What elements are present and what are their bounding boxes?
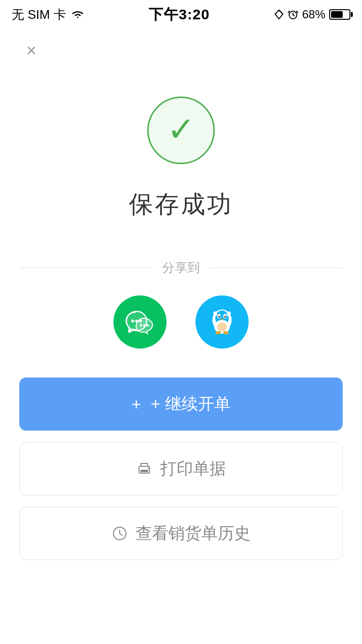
divider-right bbox=[209, 267, 343, 268]
wechat-share-button[interactable] bbox=[113, 295, 167, 349]
main-content: × ✓ 保存成功 分享到 bbox=[0, 29, 362, 644]
share-icons bbox=[19, 295, 343, 349]
continue-label: + 继续开单 bbox=[151, 393, 230, 415]
battery-percent: 68% bbox=[302, 8, 325, 21]
svg-point-18 bbox=[217, 322, 227, 331]
battery-icon bbox=[329, 9, 350, 20]
history-button[interactable]: 查看销货单历史 bbox=[19, 507, 343, 560]
close-button[interactable]: × bbox=[19, 39, 43, 63]
close-icon: × bbox=[26, 42, 36, 59]
share-label: 分享到 bbox=[162, 259, 200, 276]
history-icon bbox=[111, 525, 128, 542]
status-carrier: 无 SIM 卡 bbox=[12, 6, 84, 23]
success-circle: ✓ bbox=[147, 97, 215, 164]
qq-icon bbox=[207, 306, 237, 338]
qq-share-button[interactable] bbox=[195, 295, 249, 349]
svg-point-6 bbox=[143, 324, 146, 327]
success-title: 保存成功 bbox=[129, 188, 233, 221]
location-icon bbox=[274, 9, 284, 20]
wechat-icon bbox=[125, 308, 155, 336]
continue-button[interactable]: + + 继续开单 bbox=[19, 378, 343, 431]
history-label: 查看销货单历史 bbox=[136, 522, 251, 545]
status-time: 下午3:20 bbox=[149, 5, 209, 25]
divider-left bbox=[19, 267, 153, 268]
checkmark-icon: ✓ bbox=[167, 112, 195, 146]
status-bar: 无 SIM 卡 下午3:20 68% bbox=[0, 0, 362, 29]
print-button[interactable]: 打印单据 bbox=[19, 442, 343, 495]
carrier-text: 无 SIM 卡 bbox=[12, 6, 66, 23]
share-divider: 分享到 bbox=[19, 259, 343, 276]
svg-point-14 bbox=[219, 316, 220, 317]
action-buttons: + + 继续开单 打印单据 查看销货单历史 bbox=[19, 378, 343, 560]
print-label: 打印单据 bbox=[160, 458, 226, 480]
plus-icon: + bbox=[131, 395, 141, 414]
svg-point-5 bbox=[140, 324, 142, 327]
svg-rect-24 bbox=[140, 470, 148, 472]
svg-point-25 bbox=[148, 468, 149, 469]
svg-point-2 bbox=[131, 320, 134, 322]
success-section: ✓ 保存成功 bbox=[19, 77, 343, 250]
svg-point-15 bbox=[225, 316, 226, 317]
alarm-icon bbox=[288, 9, 298, 20]
print-icon bbox=[136, 461, 153, 477]
wifi-icon bbox=[71, 10, 84, 19]
status-indicators: 68% bbox=[274, 8, 350, 21]
svg-point-7 bbox=[147, 324, 149, 327]
